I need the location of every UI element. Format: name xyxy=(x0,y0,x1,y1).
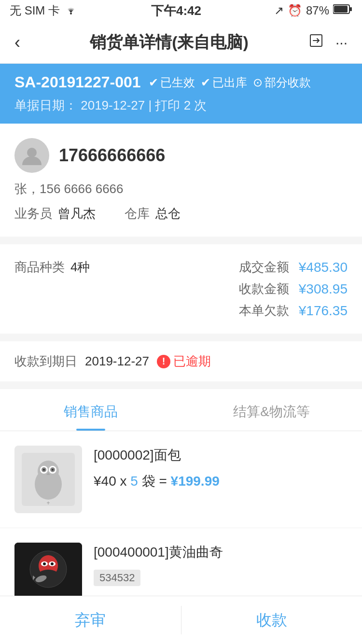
product-name-bread: [0000002]面包 xyxy=(94,446,348,464)
product-info-bread: [0000002]面包 ¥40 x 5 袋 = ¥199.99 xyxy=(94,446,348,490)
nav-actions: ··· xyxy=(308,33,348,52)
svg-rect-3 xyxy=(334,6,348,13)
bottom-bar: 弃审 收款 xyxy=(0,596,362,644)
nav-bar: ‹ 销货单详情(来自电脑) ··· xyxy=(0,21,362,64)
share-button[interactable] xyxy=(308,33,324,52)
tab-sales-products[interactable]: 销售商品 xyxy=(0,389,181,431)
overdue-icon: ! xyxy=(157,355,170,368)
wifi-icon xyxy=(64,4,78,17)
banner-date: 单据日期： 2019-12-27 | 打印 2 次 xyxy=(14,97,348,114)
svg-point-5 xyxy=(27,148,37,157)
status-bar: 无 SIM 卡 下午4:42 ↗ ⏰ 87% xyxy=(0,0,362,21)
alarm-icon: ⏰ xyxy=(288,4,302,17)
more-button[interactable]: ··· xyxy=(335,34,348,51)
staff-name: 曾凡杰 xyxy=(58,205,96,222)
product-tag-cookie: 534532 xyxy=(94,570,140,586)
customer-meta: 业务员 曾凡杰 仓库 总仓 xyxy=(14,205,348,222)
back-button[interactable]: ‹ xyxy=(14,32,20,53)
customer-name: 张，156 6666 6666 xyxy=(14,181,348,197)
status-time: 下午4:42 xyxy=(151,2,201,19)
cancel-review-button[interactable]: 弃审 xyxy=(0,596,181,644)
product-item: + [0000002]面包 ¥40 x 5 袋 = ¥199.99 xyxy=(0,431,362,528)
battery-text: 87% xyxy=(306,4,329,17)
svg-point-14 xyxy=(52,469,54,471)
svg-text:+: + xyxy=(46,500,50,506)
product-image-bread: + xyxy=(14,446,82,513)
stats-right: 成交金额 ¥485.30 收款金额 ¥308.95 本单欠款 ¥176.35 xyxy=(239,259,348,319)
warehouse-info: 仓库 总仓 xyxy=(125,205,181,222)
status-left: 无 SIM 卡 xyxy=(10,3,78,18)
warehouse-name: 总仓 xyxy=(155,205,181,222)
debt-line: 本单欠款 ¥176.35 xyxy=(239,302,348,319)
battery-icon xyxy=(333,4,352,17)
sim-status: 无 SIM 卡 xyxy=(10,3,60,18)
qty-bread: 5 xyxy=(130,474,138,489)
status-partial: ⊙ 部分收款 xyxy=(253,75,311,90)
amount-line: 成交金额 ¥485.30 xyxy=(239,259,348,276)
collect-payment-button[interactable]: 收款 xyxy=(181,596,362,644)
tab-settlement[interactable]: 结算&物流等 xyxy=(181,389,362,431)
tabs-section: 销售商品 结算&物流等 xyxy=(0,389,362,431)
svg-point-13 xyxy=(43,469,45,471)
check-icon-active: ✔ xyxy=(149,76,158,89)
customer-section: 17666666666 张，156 6666 6666 业务员 曾凡杰 仓库 总… xyxy=(0,124,362,237)
product-price-bread: ¥40 x 5 袋 = ¥199.99 xyxy=(94,472,348,490)
svg-rect-2 xyxy=(350,7,352,11)
overdue-badge: ! 已逾期 xyxy=(157,353,211,370)
price-bread: ¥40 xyxy=(94,474,116,489)
product-name-cookie: [000400001]黄油曲奇 xyxy=(94,543,348,561)
total-bread: ¥199.99 xyxy=(171,474,220,489)
check-icon-shipped: ✔ xyxy=(201,76,210,89)
stats-left: 商品种类 4种 xyxy=(14,259,90,278)
due-section: 收款到期日 2019-12-27 ! 已逾期 xyxy=(0,341,362,381)
svg-point-0 xyxy=(70,13,72,14)
status-tags: ✔ 已生效 ✔ 已出库 ⊙ 部分收款 xyxy=(149,75,311,90)
status-shipped: ✔ 已出库 xyxy=(201,75,247,90)
status-right: ↗ ⏰ 87% xyxy=(274,4,352,17)
clock-icon: ⊙ xyxy=(253,76,263,89)
received-line: 收款金额 ¥308.95 xyxy=(239,280,348,297)
customer-phone: 17666666666 xyxy=(59,145,165,166)
location-icon: ↗ xyxy=(274,4,284,17)
nav-title: 销货单详情(来自电脑) xyxy=(30,31,308,54)
status-active: ✔ 已生效 xyxy=(149,75,195,90)
order-banner: SA-20191227-001 ✔ 已生效 ✔ 已出库 ⊙ 部分收款 单据日期：… xyxy=(0,64,362,124)
svg-point-23 xyxy=(51,562,54,565)
stats-section: 商品种类 4种 成交金额 ¥485.30 收款金额 ¥308.95 本单欠款 ¥… xyxy=(0,244,362,334)
staff-info: 业务员 曾凡杰 xyxy=(14,205,96,222)
svg-point-22 xyxy=(43,562,46,565)
customer-avatar xyxy=(14,138,49,173)
order-id: SA-20191227-001 xyxy=(14,73,141,91)
